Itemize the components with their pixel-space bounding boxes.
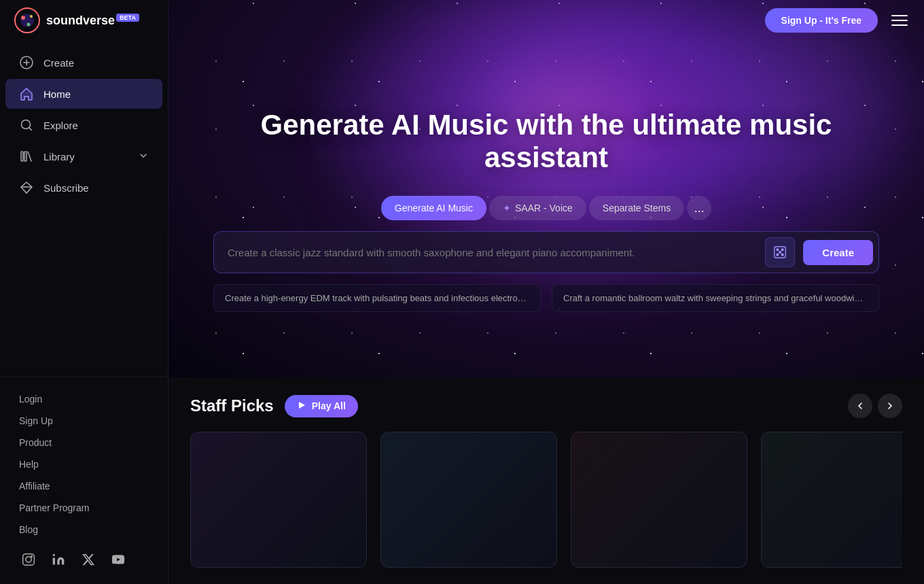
svg-point-19 [779,252,781,254]
youtube-icon[interactable] [109,550,128,569]
search-icon [19,118,34,133]
staff-picks-left: Staff Picks Play All [190,395,358,417]
svg-point-10 [26,557,31,562]
staff-picks-header: Staff Picks Play All [190,394,902,418]
svg-rect-9 [23,554,35,566]
hamburger-line [891,15,908,16]
signup-button[interactable]: Sign Up - It's Free [765,8,878,33]
sidebar-link-product[interactable]: Product [0,432,168,453]
prompt-input-container: Create [213,231,879,273]
sidebar-link-partner[interactable]: Partner Program [0,497,168,519]
sidebar-item-explore[interactable]: Explore [5,110,162,140]
tab-generate-ai-music[interactable]: Generate AI Music [381,196,486,220]
tab-separate-stems[interactable]: Separate Stems [589,196,684,220]
svg-point-3 [30,15,33,18]
library-icon [19,149,34,164]
tab-saar-voice[interactable]: ✦ SAAR - Voice [489,196,586,220]
dice-randomize-button[interactable] [765,237,795,267]
svg-point-15 [777,249,779,251]
svg-point-4 [27,23,31,27]
create-button[interactable]: Create [803,240,873,265]
twitter-x-icon[interactable] [79,550,98,569]
diamond-icon [19,180,34,195]
svg-rect-7 [21,152,23,161]
logo-text: soundverseBETA [46,14,139,28]
svg-point-18 [782,254,784,256]
hamburger-line [891,24,908,26]
svg-point-11 [31,556,33,557]
sidebar-link-affiliate[interactable]: Affiliate [0,475,168,497]
sidebar-divider [0,377,168,377]
sidebar-item-label: Explore [43,120,78,131]
sidebar: soundverseBETA Create Home [0,0,168,584]
sparkle-icon: ✦ [503,203,511,213]
play-icon [297,400,306,412]
prev-arrow-button[interactable] [848,394,872,418]
sidebar-item-label: Library [43,151,75,162]
sidebar-link-signup[interactable]: Sign Up [0,410,168,432]
sidebar-item-create[interactable]: Create [5,48,162,78]
soundverse-logo-icon [14,7,41,34]
hamburger-menu-button[interactable] [889,12,910,29]
sidebar-link-blog[interactable]: Blog [0,519,168,540]
svg-marker-20 [299,402,305,409]
social-icons-row [0,543,168,576]
home-icon [19,86,34,101]
music-card-2[interactable] [380,432,557,568]
instagram-icon[interactable] [19,550,38,569]
sidebar-item-label: Subscribe [43,182,89,194]
sidebar-link-help[interactable]: Help [0,453,168,475]
suggestion-edm[interactable]: Create a high-energy EDM track with puls… [213,284,541,312]
hamburger-line [891,20,908,21]
sidebar-link-login[interactable]: Login [0,388,168,410]
sidebar-bottom: Login Sign Up Product Help Affiliate Par… [0,383,168,584]
prompt-input[interactable] [228,247,757,258]
main-content: Sign Up - It's Free Generate AI Music wi… [168,0,924,584]
play-all-button[interactable]: Play All [285,395,358,417]
suggestion-chips: Create a high-energy EDM track with puls… [213,284,879,312]
sidebar-nav: Create Home Explore [0,41,168,371]
beta-badge: BETA [116,14,139,22]
music-card-3[interactable] [571,432,747,568]
chevron-down-icon [138,150,149,163]
next-arrow-button[interactable] [878,394,902,418]
feature-tabs: Generate AI Music ✦ SAAR - Voice Separat… [381,196,711,220]
svg-point-12 [53,554,55,556]
suggestion-waltz[interactable]: Craft a romantic ballroom waltz with swe… [552,284,879,312]
staff-picks-cards [190,432,902,568]
sidebar-item-library[interactable]: Library [5,141,162,171]
carousel-nav-arrows [848,394,902,418]
logo-area: soundverseBETA [0,0,168,41]
svg-point-17 [777,254,779,256]
staff-picks-section: Staff Picks Play All [168,377,924,584]
sidebar-item-subscribe[interactable]: Subscribe [5,173,162,203]
svg-rect-8 [24,152,26,161]
sidebar-item-label: Create [43,57,74,69]
svg-point-2 [21,16,25,20]
top-header: Sign Up - It's Free [168,0,924,41]
linkedin-icon[interactable] [49,550,68,569]
sidebar-item-home[interactable]: Home [5,79,162,109]
hero-content-area: Generate AI Music with the ultimate musi… [168,0,924,339]
svg-point-16 [782,249,784,251]
hero-title: Generate AI Music with the ultimate musi… [196,109,897,174]
plus-circle-icon [19,55,34,70]
tabs-more-button[interactable]: ... [687,196,711,220]
music-card-1[interactable] [190,432,367,568]
hero-section: Generate AI Music with the ultimate musi… [168,0,924,377]
music-card-4[interactable] [761,432,902,568]
sidebar-item-label: Home [43,88,71,100]
staff-picks-title: Staff Picks [190,396,274,415]
